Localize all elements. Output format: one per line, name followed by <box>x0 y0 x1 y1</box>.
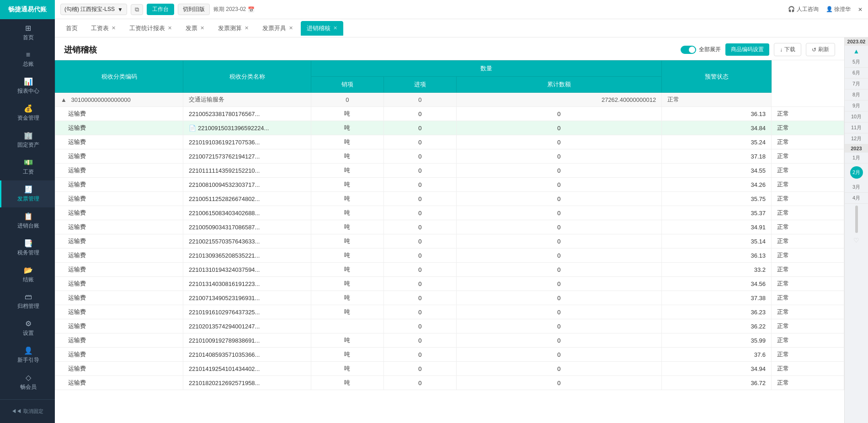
row-cumulative: 37.38 <box>662 291 772 305</box>
row-cumulative: 34.55 <box>662 164 772 178</box>
row-flag: 吨 <box>311 305 384 319</box>
payroll-icon: 💵 <box>24 158 33 167</box>
row-status: 正常 <box>772 376 844 390</box>
product-code-btn[interactable]: 商品编码设置 <box>725 43 769 56</box>
sidebar-item-tax[interactable]: 📑 税务管理 <box>0 234 55 261</box>
pin-label: ◀◀ 取消固定 <box>11 408 43 415</box>
tab-close-icon[interactable]: ✕ <box>200 25 204 31</box>
cal-active-month-wrapper: 2月 <box>845 165 868 180</box>
cal-month-3[interactable]: 3月 <box>845 182 868 193</box>
row-cumulative: 37.18 <box>662 149 772 164</box>
tab-close-icon[interactable]: ✕ <box>112 25 116 31</box>
sidebar-item-guide[interactable]: 👤 新手引导 <box>0 342 55 369</box>
table-row: 运输费 22102013574294001247... 0 0 36.22 正常 <box>55 319 844 333</box>
switch-version-button[interactable]: 切到旧版 <box>178 4 210 15</box>
tab-home[interactable]: 首页 <box>60 21 83 35</box>
scroll-indicator <box>855 206 858 233</box>
headset-icon: 🎧 <box>788 6 795 12</box>
row-cumulative: 36.23 <box>662 305 772 319</box>
tab-invoice-calc[interactable]: 发票测算 ✕ <box>212 21 255 36</box>
tab-salary-report[interactable]: 工资统计报表 ✕ <box>123 21 178 36</box>
row-sales: 0 <box>383 305 456 319</box>
support-link[interactable]: 🎧 人工咨询 <box>788 5 818 13</box>
company-selector[interactable]: (勾稽) 江西报宝-LSS ▼ <box>60 4 127 15</box>
sidebar-item-label: 税务管理 <box>17 249 39 257</box>
sidebar-item-home[interactable]: ⊞ 首页 <box>0 19 55 46</box>
cal-month-7[interactable]: 7月 <box>845 79 868 90</box>
tab-purchase-sale[interactable]: 进销稽核 ✕ <box>301 21 343 36</box>
tab-invoice-open[interactable]: 发票开具 ✕ <box>256 21 299 36</box>
expand-icon[interactable]: ▲ <box>61 96 67 103</box>
row-cumulative: 35.75 <box>662 192 772 206</box>
row-sales: 0 <box>383 319 456 333</box>
sidebar-item-funds[interactable]: 💰 资金管理 <box>0 100 55 127</box>
refresh-btn[interactable]: ↺ 刷新 <box>806 43 835 56</box>
cal-up-nav[interactable]: ▲ <box>845 46 868 57</box>
download-btn[interactable]: ↓ 下载 <box>774 43 801 56</box>
row-code: 📄22100915031396592224... <box>183 121 311 135</box>
sidebar-item-settings[interactable]: ⚙ 设置 <box>0 315 55 342</box>
cal-month-10[interactable]: 10月 <box>845 111 868 122</box>
cal-month-1[interactable]: 1月 <box>845 153 868 164</box>
expand-toggle[interactable]: 全部展开 <box>681 46 721 54</box>
cal-month-11[interactable]: 11月 <box>845 122 868 133</box>
row-cumulative: 36.13 <box>662 249 772 263</box>
toggle-switch[interactable] <box>681 46 696 54</box>
cal-month-12[interactable]: 12月 <box>845 133 868 144</box>
row-purchase: 0 <box>456 220 662 234</box>
row-flag: 吨 <box>311 277 384 291</box>
sidebar-item-settlement[interactable]: 📂 结账 <box>0 261 55 288</box>
download-label: 下载 <box>784 46 795 53</box>
tab-invoice[interactable]: 发票 ✕ <box>180 21 210 36</box>
tab-close-icon[interactable]: ✕ <box>245 25 249 31</box>
sidebar-item-payroll[interactable]: 💵 工资 <box>0 153 55 180</box>
cal-month-4[interactable]: 4月 <box>845 193 868 204</box>
header-actions: 全部展开 商品编码设置 ↓ 下载 ↺ 刷新 <box>681 43 835 56</box>
cal-month-9[interactable]: 9月 <box>845 100 868 111</box>
cal-month-2-active[interactable]: 2月 <box>850 166 863 179</box>
tab-salary[interactable]: 工资表 ✕ <box>85 21 122 36</box>
sidebar-item-invoice-mgmt[interactable]: 🧾 发票管理 <box>0 180 55 207</box>
user-menu[interactable]: 👤 徐澄华 <box>826 5 851 13</box>
tab-label: 工资统计报表 <box>129 24 165 32</box>
sidebar-item-label: 报表中心 <box>17 87 39 95</box>
cal-month-5[interactable]: 5月 <box>845 57 868 68</box>
row-status: 正常 <box>772 348 844 362</box>
copy-button[interactable]: ⧉ <box>131 4 143 15</box>
row-purchase: 0 <box>456 249 662 263</box>
table-row: 运输费 22101009192789838691... 吨 0 0 35.99 … <box>55 333 844 348</box>
close-icon[interactable]: ✕ <box>858 6 863 13</box>
sidebar-item-sales-ledger[interactable]: 📋 进销台账 <box>0 207 55 234</box>
row-purchase: 0 <box>456 234 662 249</box>
sidebar-item-assets[interactable]: 🏢 固定资产 <box>0 127 55 153</box>
tab-label: 工资表 <box>91 24 109 32</box>
row-purchase: 0 <box>456 333 662 348</box>
row-code: 22100615083403402688... <box>183 206 311 220</box>
pin-toggle[interactable]: ◀◀ 取消固定 <box>0 404 55 418</box>
sidebar-item-archive[interactable]: 🗃 归档管理 <box>0 288 55 315</box>
row-status: 正常 <box>772 135 844 149</box>
sidebar-item-ledger[interactable]: ≡ 总账 <box>0 46 55 73</box>
row-flag: 吨 <box>311 107 384 121</box>
tab-close-icon[interactable]: ✕ <box>168 25 172 31</box>
tab-close-icon[interactable]: ✕ <box>333 25 337 31</box>
sidebar-item-member[interactable]: ◇ 畅会员 <box>0 369 55 396</box>
tab-close-icon[interactable]: ✕ <box>289 25 293 31</box>
refresh-label: 刷新 <box>818 46 829 53</box>
user-name: 徐澄华 <box>834 6 851 12</box>
group-sales: 0 <box>311 93 384 107</box>
row-status: 正常 <box>772 362 844 376</box>
table-row: 运输费 22100721573762194127... 吨 0 0 37.18 … <box>55 149 844 164</box>
app-logo: 畅捷通易代账 <box>0 0 55 19</box>
row-purchase: 0 <box>456 164 662 178</box>
table-row: 运输费 22100523381780176567... 吨 0 0 36.13 … <box>55 107 844 121</box>
calendar-icon[interactable]: 📅 <box>248 6 255 13</box>
workbench-button[interactable]: 工作台 <box>147 4 174 15</box>
tab-label: 发票 <box>186 24 197 32</box>
cal-month-8[interactable]: 8月 <box>845 90 868 100</box>
sidebar-item-reports[interactable]: 📊 报表中心 <box>0 73 55 100</box>
cal-month-6[interactable]: 6月 <box>845 68 868 79</box>
table-row: 运输费 22100511252826674802... 吨 0 0 35.75 … <box>55 192 844 206</box>
row-sales: 0 <box>383 206 456 220</box>
row-cumulative: 34.26 <box>662 178 772 192</box>
